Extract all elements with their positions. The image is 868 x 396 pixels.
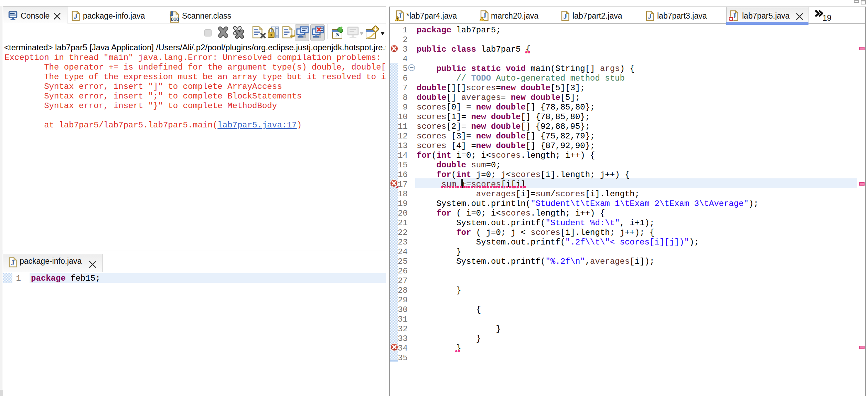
svg-text:J: J	[11, 258, 15, 267]
svg-text:J: J	[648, 12, 652, 20]
svg-text:J: J	[74, 12, 78, 20]
svg-text:J: J	[564, 12, 567, 20]
svg-text:010: 010	[171, 16, 179, 22]
